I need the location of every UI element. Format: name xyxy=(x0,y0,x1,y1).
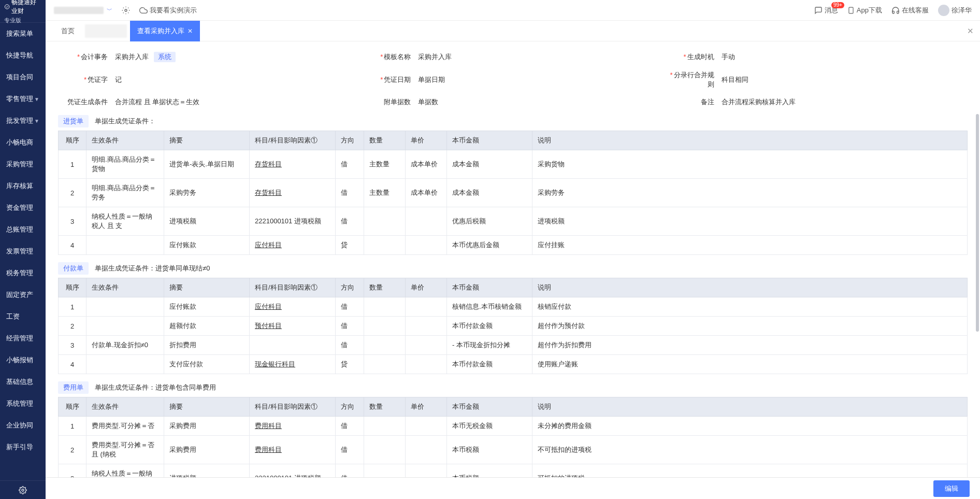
subject-link[interactable]: 现金银行科目 xyxy=(255,360,295,368)
sidebar-settings[interactable] xyxy=(0,480,46,499)
table-header-cond: 生效条件 xyxy=(87,131,164,150)
scrollbar-thumb[interactable] xyxy=(976,114,979,332)
sidebar-item[interactable]: 小畅电商 xyxy=(0,132,46,153)
form-row-3: 凭证生成条件 合并流程 且 单据状态＝生效 附单据数 单据数 备注 合并流程采购… xyxy=(58,97,968,107)
close-all-tabs[interactable]: ✕ xyxy=(961,26,980,36)
sidebar-item[interactable]: 发票管理 xyxy=(0,240,46,262)
close-icon[interactable]: ✕ xyxy=(188,27,193,35)
cell-cond xyxy=(87,355,164,374)
sidebar-item[interactable]: 工资 xyxy=(0,306,46,327)
label-attach-count: 附单据数 xyxy=(384,98,411,106)
cell-note: 采购劳务 xyxy=(532,179,968,207)
cell-dir: 借 xyxy=(336,436,364,464)
sidebar-item[interactable]: 总账管理 xyxy=(0,219,46,240)
cell-dir: 贷 xyxy=(336,355,364,374)
sidebar-item[interactable]: 零售管理▼ xyxy=(0,88,46,110)
value-voucher-word: 记 xyxy=(115,75,122,84)
svg-point-0 xyxy=(5,5,9,9)
cell-seq: 1 xyxy=(59,150,87,179)
subject-link[interactable]: 存货科目 xyxy=(255,160,282,168)
table-header-seq: 顺序 xyxy=(59,397,87,417)
gear-icon xyxy=(122,6,130,15)
section-tag-receipt: 进货单 xyxy=(58,115,89,127)
sidebar-item[interactable]: 项目合同 xyxy=(0,66,46,88)
form-row-2: *凭证字 记 *凭证日期 单据日期 *分录行合并规则 科目相同 xyxy=(58,70,968,89)
sidebar-item[interactable]: 采购管理 xyxy=(0,153,46,175)
cell-cond: 付款单.现金折扣≠0 xyxy=(87,336,164,355)
sidebar-item[interactable]: 批发管理▼ xyxy=(0,110,46,132)
sidebar-item[interactable]: 快捷导航 xyxy=(0,45,46,66)
cell-seq: 2 xyxy=(59,317,87,336)
content-scroll[interactable]: *会计事务 采购并入库 系统 *模板名称 采购并入库 *生成时机 手动 xyxy=(46,41,980,499)
cell-cond: 费用类型.可分摊＝否 且 (纳税 xyxy=(87,436,164,464)
sidebar-item[interactable]: 固定资产 xyxy=(0,284,46,306)
sidebar-item[interactable]: 小畅报销 xyxy=(0,349,46,371)
table-header-qty: 数量 xyxy=(364,397,406,417)
table-header-note: 说明 xyxy=(532,131,968,150)
table-header-price: 单价 xyxy=(406,278,447,297)
header-settings-button[interactable] xyxy=(122,6,130,15)
table-header-price: 单价 xyxy=(406,131,447,150)
cell-seq: 3 xyxy=(59,336,87,355)
subject-link[interactable]: 应付科目 xyxy=(255,241,282,249)
sidebar-item[interactable]: 库存核算 xyxy=(0,175,46,197)
cell-amt: 本币付款金额 xyxy=(447,317,532,336)
messages-button[interactable]: 消息 99+ xyxy=(814,6,838,15)
sidebar-item[interactable]: 新手引导 xyxy=(0,436,46,458)
table-header-amt: 本币金额 xyxy=(447,278,532,297)
cell-cond: 费用类型.可分摊＝否 xyxy=(87,417,164,436)
org-name-redacted: xxxxxx xyxy=(54,7,104,14)
cell-note: 使用账户递账 xyxy=(532,355,968,374)
sidebar-item[interactable]: 搜索菜单 xyxy=(0,23,46,45)
sidebar-item[interactable]: 系统管理 xyxy=(0,393,46,415)
tab-active[interactable]: 查看采购并入库 ✕ xyxy=(130,21,200,41)
cell-cond: 明细.商品.商品分类＝货物 xyxy=(87,150,164,179)
subject-link[interactable]: 预付科目 xyxy=(255,322,282,330)
table-header-amt: 本币金额 xyxy=(447,131,532,150)
label-gen-condition: 凭证生成条件 xyxy=(67,98,108,106)
section-tag-payment: 付款单 xyxy=(58,262,89,275)
subject-link[interactable]: 应付科目 xyxy=(255,303,282,310)
cell-note: 不可抵扣的进项税 xyxy=(532,436,968,464)
cell-summary: 应付账款 xyxy=(164,297,250,317)
table-receipt: 顺序生效条件摘要科目/科目影响因素①方向数量单价本币金额说明1明细.商品.商品分… xyxy=(58,131,968,255)
label-voucher-date: 凭证日期 xyxy=(384,76,411,83)
cell-amt: 核销信息.本币核销金额 xyxy=(447,297,532,317)
message-icon xyxy=(814,6,823,15)
value-accounting-task: 采购并入库 xyxy=(115,52,149,62)
org-selector[interactable]: xxxxxx ﹀ xyxy=(54,6,112,14)
table-row: 1明细.商品.商品分类＝货物进货单-表头.单据日期存货科目借主数量成本单价成本金… xyxy=(59,150,968,179)
sidebar-item[interactable]: 企业协同 xyxy=(0,415,46,436)
sidebar-item[interactable]: 经营管理 xyxy=(0,327,46,349)
cell-qty xyxy=(364,317,406,336)
edit-button[interactable]: 编辑 xyxy=(933,480,970,497)
tab-redacted[interactable]: xxxxx xyxy=(85,24,127,38)
brand-logo: 畅捷通好业财 专业版 xyxy=(0,0,46,23)
cell-price xyxy=(406,355,447,374)
gear-icon xyxy=(19,486,27,494)
user-menu[interactable]: 徐泽华 xyxy=(938,5,972,16)
cell-price xyxy=(406,317,447,336)
sidebar-item[interactable]: 税务管理 xyxy=(0,262,46,284)
cell-price: 成本单价 xyxy=(406,150,447,179)
cell-qty xyxy=(364,355,406,374)
sidebar: 畅捷通好业财 专业版 搜索菜单快捷导航项目合同零售管理▼批发管理▼小畅电商采购管… xyxy=(0,0,46,499)
subject-link[interactable]: 费用科目 xyxy=(255,446,282,453)
label-template-name: 模板名称 xyxy=(384,53,411,61)
cell-seq: 3 xyxy=(59,207,87,236)
value-gen-condition: 合并流程 且 单据状态＝生效 xyxy=(115,97,199,107)
support-label: 在线客服 xyxy=(902,6,929,15)
section-payment: 付款单 单据生成凭证条件：进货单同单现结≠0 顺序生效条件摘要科目/科目影响因素… xyxy=(58,262,968,374)
subject-link[interactable]: 费用科目 xyxy=(255,422,282,430)
subject-link[interactable]: 存货科目 xyxy=(255,189,282,196)
table-header-price: 单价 xyxy=(406,397,447,417)
support-button[interactable]: 在线客服 xyxy=(891,6,929,15)
cell-price xyxy=(406,336,447,355)
demo-link[interactable]: 我要看实例演示 xyxy=(139,6,197,15)
sidebar-item[interactable]: 资金管理 xyxy=(0,197,46,219)
cell-summary: 应付账款 xyxy=(164,236,250,255)
section-tag-expense: 费用单 xyxy=(58,381,89,394)
sidebar-item[interactable]: 基础信息 xyxy=(0,371,46,393)
app-download-button[interactable]: App下载 xyxy=(847,6,882,15)
tab-home[interactable]: 首页 xyxy=(54,21,82,41)
